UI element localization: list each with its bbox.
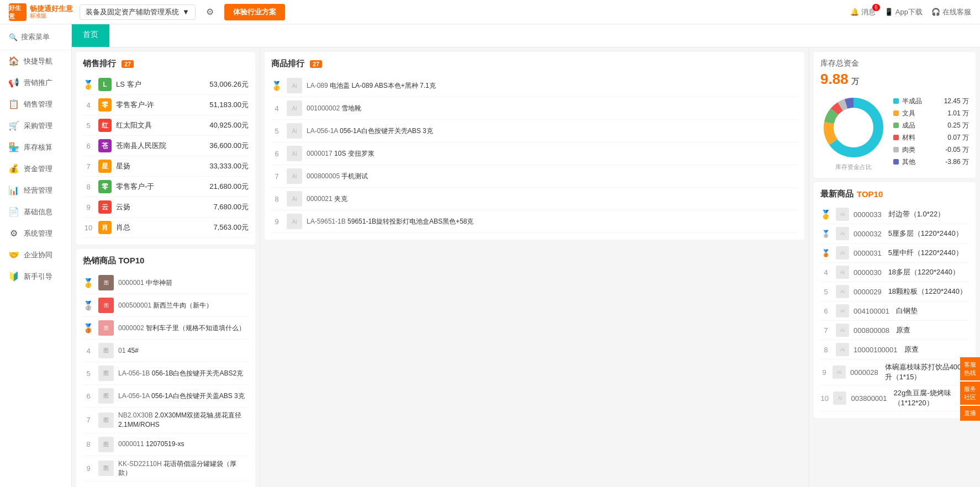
sidebar-label-finance: 资金管理: [24, 164, 52, 174]
customer-avatar-8: 肖: [98, 221, 112, 234]
mid-product-6: 8 Ai 0000021 夹克: [271, 188, 798, 210]
mid-thumb-4: Ai: [287, 146, 302, 161]
hot-products-card: 热销商品 TOP10 🥇 图 0000001 中华神箭 🥈: [76, 249, 255, 487]
hot-info-8: 0000011 12070519-xs: [118, 440, 249, 449]
legend-dot-2: [893, 123, 899, 128]
inventory-card: 库存总资金 9.88 万: [814, 52, 976, 178]
mid-product-7: 9 Ai LA-59651-1B 59651-1B旋转投影灯电池盒ABS黑色+5…: [271, 210, 798, 233]
newest-name-6: 白钢垫: [896, 306, 918, 316]
cooperation-icon: 🤝: [8, 250, 19, 260]
customer-ranking-card: 销售排行 27 🥇 L LS 客户 53,006.26元 4 零 零售客户: [76, 52, 255, 245]
hot-product-6: 6 图 LA-056-1A 056-1A白色按键开关盖ABS 3克: [83, 385, 249, 407]
sidebar: 🔍 搜索菜单 🏠 快捷导航 📢 营销推广 📋 销售管理 🛒 采购管理 🏪 库存核…: [0, 24, 72, 487]
product-ranking-card: 商品排行 27 🥇 Ai LA-089 电池盖 LA-089 ABS本色+黑种 …: [265, 52, 804, 240]
inventory-total: 9.88 万: [820, 71, 969, 88]
main-layout: 🔍 搜索菜单 🏠 快捷导航 📢 营销推广 📋 销售管理 🛒 采购管理 🏪 库存核…: [0, 24, 980, 487]
customer-avatar-4: 苍: [98, 139, 112, 152]
trial-button[interactable]: 体验行业方案: [224, 4, 285, 20]
newest-name-3: 5厘中纤（1220*2440）: [888, 248, 963, 258]
newest-thumb-5: Ai: [836, 285, 849, 298]
customer-amount-1: 53,006.26元: [209, 80, 249, 89]
hot-products-title-text: 热销商品 TOP10: [83, 256, 144, 266]
sidebar-item-marketing[interactable]: 📢 营销推广: [0, 72, 71, 93]
medal-icon-1: 🥇: [83, 80, 94, 90]
customer-item-8: 10 肖 肖总 7,563.00元: [83, 218, 249, 238]
sidebar-item-basic[interactable]: 📄 基础信息: [0, 201, 71, 223]
rank-num-8: 10: [83, 224, 94, 232]
newest-thumb-2: Ai: [836, 227, 849, 240]
hot-info-9: KK-SD22110H 花语萌倡温分罐罐袋（厚款）: [118, 459, 249, 478]
legend-value-3: 0.07 万: [947, 133, 969, 142]
customer-name-8: 肖总: [116, 223, 209, 232]
newest-code-5: 0000029: [853, 288, 882, 296]
tab-home[interactable]: 首页: [72, 24, 109, 47]
customer-amount-3: 40,925.00元: [209, 120, 249, 130]
float-service: 客服热线 服务社区 直播: [960, 357, 980, 421]
customer-avatar-1: L: [98, 78, 112, 91]
sidebar-item-sales[interactable]: 📋 销售管理: [0, 93, 71, 115]
nav-tabs: 首页: [72, 24, 980, 47]
hot-info-1: 0000001 中华神箭: [118, 278, 249, 288]
app-download[interactable]: 📱 App下载: [884, 7, 923, 17]
online-service[interactable]: 🎧 在线客服: [931, 7, 971, 17]
dropdown-icon: ▼: [182, 8, 189, 16]
newest-code-3: 0000031: [853, 249, 882, 257]
float-btn-live[interactable]: 直播: [960, 406, 980, 421]
sidebar-label-marketing: 营销推广: [24, 78, 52, 88]
search-menu-button[interactable]: 🔍 搜索菜单: [4, 30, 67, 44]
settings-icon[interactable]: ⚙: [202, 4, 218, 20]
hot-product-3: 🥉 图 0000002 智利车子里（规格不知道填什么）: [83, 317, 249, 340]
customer-amount-7: 7,680.00元: [213, 202, 249, 212]
system-name: 装备及固定资产辅助管理系统: [86, 7, 179, 17]
hot-thumb-5: 图: [98, 366, 114, 381]
newest-thumb-1: Ai: [836, 208, 849, 221]
logo-sub: 标准版: [30, 13, 73, 19]
hot-thumb-1: 图: [98, 275, 114, 290]
header-left: 好生意 畅捷通好生意 标准版 装备及固定资产辅助管理系统 ▼ ⚙ 体验行业方案: [9, 3, 285, 21]
sidebar-label-purchase: 采购管理: [24, 121, 52, 131]
sidebar-item-finance[interactable]: 💰 资金管理: [0, 158, 71, 179]
newest-thumb-4: Ai: [836, 266, 849, 279]
customer-name-4: 苍南县人民医院: [116, 141, 205, 151]
newest-name-7: 原查: [896, 325, 910, 335]
customer-name-7: 云扬: [116, 202, 209, 212]
app-label: App下载: [895, 7, 923, 17]
sidebar-item-system[interactable]: ⚙ 系统管理: [0, 223, 71, 244]
bell-icon: 🔔: [850, 8, 859, 16]
notification-bell[interactable]: 🔔 消息 6: [850, 7, 876, 17]
sidebar-item-cooperation[interactable]: 🤝 企业协同: [0, 244, 71, 266]
sidebar-item-operations[interactable]: 📊 经营管理: [0, 179, 71, 201]
home-icon: 🏠: [8, 56, 19, 66]
hot-info-2: 000500001 新西兰牛肉（新牛）: [118, 301, 249, 310]
sidebar-label-quick-nav: 快捷导航: [24, 56, 52, 66]
sales-icon: 📋: [8, 99, 19, 109]
hot-medal-3: 🥉: [83, 323, 94, 334]
header-right: 🔔 消息 6 📱 App下载 🎧 在线客服: [850, 7, 971, 17]
sidebar-label-operations: 经营管理: [24, 186, 52, 195]
customer-amount-4: 36,600.00元: [209, 141, 249, 151]
newest-item-6: 6 Ai 004100001 白钢垫: [820, 301, 969, 321]
legend-label-0: 半成品: [902, 97, 941, 106]
newest-item-1: 🥇 Ai 0000033 封边带（1.0*22）: [820, 205, 969, 224]
hot-product-2: 🥈 图 000500001 新西兰牛肉（新牛）: [83, 294, 249, 317]
phone-icon: 📱: [884, 8, 893, 16]
newest-item-3: 🥉 Ai 0000031 5厘中纤（1220*2440）: [820, 244, 969, 263]
legend-dot-4: [893, 147, 899, 152]
sidebar-item-inventory[interactable]: 🏪 库存核算: [0, 136, 71, 158]
sidebar-item-quick-nav[interactable]: 🏠 快捷导航: [0, 50, 71, 72]
sidebar-label-system: 系统管理: [24, 229, 52, 239]
legend-item-3: 材料 0.07 万: [893, 133, 969, 142]
newest-top10-label: TOP10: [857, 189, 883, 199]
legend-dot-0: [893, 98, 899, 104]
sidebar-item-guide[interactable]: 🔰 新手引导: [0, 266, 71, 287]
sidebar-item-purchase[interactable]: 🛒 采购管理: [0, 115, 71, 136]
customer-amount-6: 21,680.00元: [209, 182, 249, 192]
mid-info-5: 000800005 手机测试: [307, 172, 798, 181]
legend-value-5: -3.86 万: [945, 157, 969, 167]
system-selector[interactable]: 装备及固定资产辅助管理系统 ▼: [80, 4, 196, 20]
mid-info-7: LA-59651-1B 59651-1B旋转投影灯电池盒ABS黑色+58克: [307, 217, 798, 226]
float-btn-service[interactable]: 客服热线: [960, 357, 980, 380]
float-btn-community[interactable]: 服务社区: [960, 382, 980, 405]
mid-product-1: 🥇 Ai LA-089 电池盖 LA-089 ABS本色+黑种 7.1克: [271, 75, 798, 97]
customer-item-3: 5 红 红太阳文具 40,925.00元: [83, 115, 249, 136]
